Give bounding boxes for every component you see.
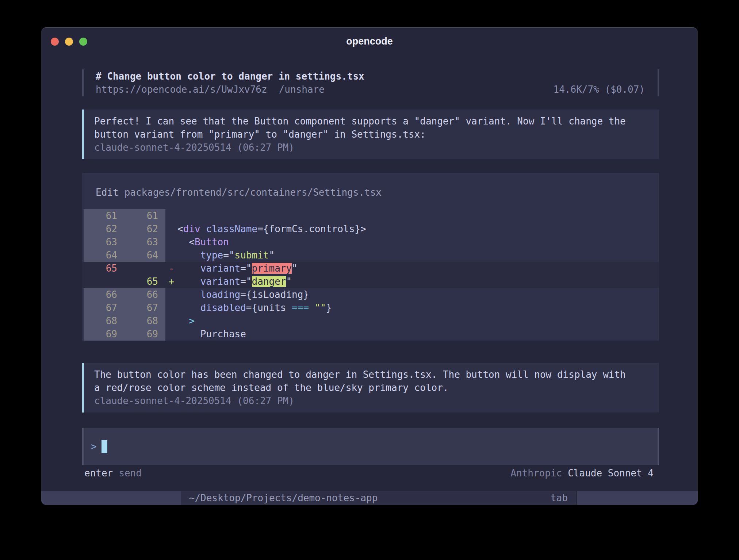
diff-row: 65+ variant="danger": [82, 275, 659, 288]
diff-row: 6262<div className={formCs.controls}>: [82, 222, 659, 235]
diff-new-line-number: 61: [125, 209, 165, 222]
diff-old-line-number: 65: [84, 262, 125, 275]
prompt-input[interactable]: >: [82, 428, 659, 465]
model-provider: Anthropic: [510, 468, 562, 479]
message-line: Perfect! I can see that the Button compo…: [94, 115, 648, 128]
edit-tool-action: Edit: [96, 187, 119, 198]
session-header: # Change button color to danger in setti…: [82, 69, 659, 96]
main-content: # Change button color to danger in setti…: [41, 56, 698, 480]
share-url-group: https://opencode.ai/s/UwJxv76z/unshare: [96, 83, 325, 96]
diff-code-line: type="submit": [177, 249, 275, 262]
diff-row: 6969 Purchase: [82, 327, 659, 341]
edit-tool-header: Editpackages/frontend/src/containers/Set…: [82, 173, 659, 209]
hint-row: entersend AnthropicClaude Sonnet 4: [82, 467, 659, 480]
diff-code-line: <div className={formCs.controls}>: [177, 222, 366, 235]
diff-code-line: loading={isLoading}: [177, 288, 309, 301]
diff-old-line-number: 64: [84, 249, 125, 262]
status-bar: opencodev0.3.11 ~/Desktop/Projects/demo-…: [41, 491, 698, 505]
assistant-message: Perfect! I can see that the Button compo…: [82, 110, 659, 159]
diff-row: 65- variant="primary": [82, 262, 659, 275]
window-title: opencode: [41, 27, 698, 55]
diff-row: 6161: [82, 209, 659, 222]
diff-new-line-number: 69: [125, 327, 165, 341]
titlebar: opencode: [41, 27, 698, 56]
status-bar-right: tab BUILDMODE: [551, 491, 698, 505]
message-lines: The button color has been changed to dan…: [94, 368, 648, 394]
diff-new-line-number: 68: [125, 314, 165, 327]
model-indicator: AnthropicClaude Sonnet 4: [510, 467, 654, 480]
context-stats: 14.6K/7% ($0.07): [554, 83, 645, 96]
send-hint: entersend: [84, 467, 142, 480]
diff-new-line-number: 66: [125, 288, 165, 301]
diff-row: 6767 disabled={units === ""}: [82, 301, 659, 314]
working-directory: ~/Desktop/Projects/demo-notes-app: [189, 491, 378, 505]
diff-old-line-number: 61: [84, 209, 125, 222]
diff-code-line: >: [177, 314, 195, 327]
diff-code-line: variant="danger": [177, 275, 292, 288]
diff-sign: [165, 314, 177, 327]
diff-code-line: <Button: [177, 235, 229, 249]
tab-key-hint: tab: [551, 491, 568, 505]
diff-new-line-number: 65: [125, 275, 165, 288]
diff-code-line: disabled={units === ""}: [177, 301, 332, 314]
message-meta: claude-sonnet-4-20250514 (06:27 PM): [94, 141, 648, 154]
diff-code-line: variant="primary": [177, 262, 298, 275]
unshare-command[interactable]: /unshare: [279, 84, 325, 95]
share-url[interactable]: https://opencode.ai/s/UwJxv76z: [96, 84, 267, 95]
message-line: button variant from "primary" to "danger…: [94, 128, 648, 141]
session-title: # Change button color to danger in setti…: [96, 70, 645, 83]
diff-old-line-number: 67: [84, 301, 125, 314]
diff-sign: -: [165, 262, 177, 275]
send-hint-action: send: [119, 468, 142, 479]
app-version-chip: opencodev0.3.11: [41, 491, 181, 505]
diff-old-line-number: 68: [84, 314, 125, 327]
diff-sign: [165, 249, 177, 262]
diff-new-line-number: [125, 262, 165, 275]
assistant-message: The button color has been changed to dan…: [82, 363, 659, 413]
mode-toggle[interactable]: BUILDMODE: [577, 491, 698, 505]
edit-tool-filepath: packages/frontend/src/containers/Setting…: [125, 187, 382, 198]
diff-table: 61616262<div className={formCs.controls}…: [82, 209, 659, 341]
diff-new-line-number: 67: [125, 301, 165, 314]
diff-sign: +: [165, 275, 177, 288]
message-line: The button color has been changed to dan…: [94, 368, 648, 381]
diff-old-line-number: 66: [84, 288, 125, 301]
diff-new-line-number: 63: [125, 235, 165, 249]
diff-row: 6868 >: [82, 314, 659, 327]
diff-sign: [165, 301, 177, 314]
model-name: Claude Sonnet 4: [568, 468, 654, 479]
diff-old-line-number: 63: [84, 235, 125, 249]
opencode-window: opencode # Change button color to danger…: [41, 27, 698, 505]
diff-old-line-number: [84, 275, 125, 288]
send-hint-key: enter: [84, 468, 113, 479]
prompt-symbol: >: [91, 441, 97, 452]
diff-sign: [165, 288, 177, 301]
diff-sign: [165, 235, 177, 249]
diff-row: 6363 <Button: [82, 235, 659, 249]
diff-row: 6464 type="submit": [82, 249, 659, 262]
message-meta: claude-sonnet-4-20250514 (06:27 PM): [94, 394, 648, 407]
message-line: a red/rose color scheme instead of the b…: [94, 381, 648, 394]
diff-row: 6666 loading={isLoading}: [82, 288, 659, 301]
session-subheader: https://opencode.ai/s/UwJxv76z/unshare 1…: [96, 83, 645, 96]
diff-new-line-number: 64: [125, 249, 165, 262]
text-cursor: [102, 440, 107, 453]
diff-sign: [165, 209, 177, 222]
diff-old-line-number: 62: [84, 222, 125, 235]
message-lines: Perfect! I can see that the Button compo…: [94, 115, 648, 141]
diff-sign: [165, 327, 177, 341]
diff-code-line: Purchase: [177, 327, 246, 341]
diff-new-line-number: 62: [125, 222, 165, 235]
edit-tool-block: Editpackages/frontend/src/containers/Set…: [82, 173, 659, 341]
diff-sign: [165, 222, 177, 235]
diff-old-line-number: 69: [84, 327, 125, 341]
